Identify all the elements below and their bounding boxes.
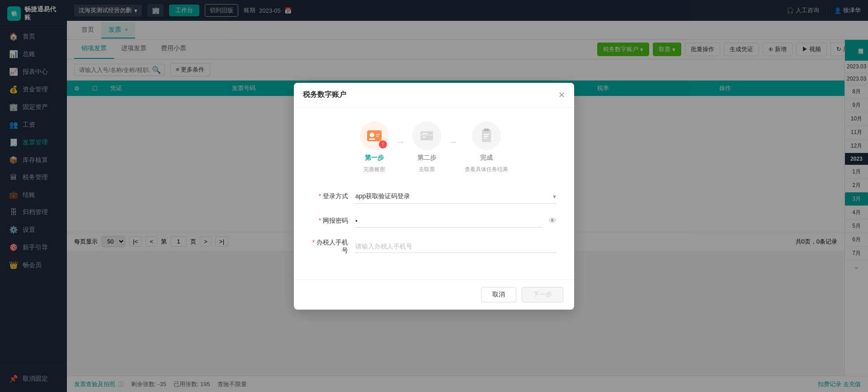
svg-rect-8 (422, 133, 428, 134)
modal-overlay: 税务数字账户 ✕ ! (0, 0, 868, 392)
step-2-icon-wrap (412, 121, 441, 150)
modal-body: ! 第一步 完善账密 → (294, 108, 574, 279)
svg-rect-7 (422, 137, 426, 138)
modal: 税务数字账户 ✕ ! (294, 83, 574, 310)
arrow-2: → (448, 137, 458, 147)
ticket-icon (418, 127, 436, 145)
step-1-label: 第一步 (365, 154, 384, 162)
svg-rect-5 (420, 131, 433, 140)
step-1: ! 第一步 完善账密 (360, 121, 389, 173)
arrow-1: → (396, 137, 405, 147)
chevron-down-select-icon: ▾ (553, 193, 556, 200)
form-row-login: 登录方式 app获取验证码登录 ▾ (312, 190, 556, 204)
login-method-value: app获取验证码登录 (355, 192, 410, 201)
step-2-label: 第二步 (417, 154, 436, 162)
svg-rect-10 (484, 129, 489, 131)
step-1-badge: ! (379, 140, 387, 148)
form-row-password: 网报密码 👁 (312, 215, 556, 228)
svg-point-1 (370, 133, 374, 137)
step-3-icon-wrap (472, 121, 501, 150)
login-method-label: 登录方式 (312, 192, 348, 201)
svg-rect-13 (484, 138, 487, 139)
modal-title: 税务数字账户 (303, 90, 346, 100)
next-btn[interactable]: 下一步 (522, 287, 563, 302)
step-2-sub: 去取票 (419, 166, 435, 173)
svg-rect-3 (376, 134, 380, 135)
clipboard-icon (477, 127, 495, 145)
cancel-btn[interactable]: 取消 (481, 287, 516, 302)
step-1-sub: 完善账密 (363, 166, 385, 173)
step-1-icon-wrap: ! (360, 121, 389, 150)
modal-footer: 取消 下一步 (294, 279, 574, 310)
svg-rect-12 (484, 136, 488, 137)
step-3: 完成 查看具体任务结果 (465, 121, 508, 173)
password-input[interactable] (355, 215, 542, 228)
steps: ! 第一步 完善账密 → (312, 121, 556, 173)
step-3-label: 完成 (480, 154, 493, 162)
step-2: 第二步 去取票 (412, 121, 441, 173)
phone-input[interactable] (355, 240, 556, 253)
svg-rect-4 (376, 136, 379, 137)
svg-rect-11 (484, 134, 489, 135)
eye-icon[interactable]: 👁 (549, 217, 556, 225)
svg-rect-2 (369, 139, 375, 140)
password-label: 网报密码 (312, 217, 348, 225)
step-3-sub: 查看具体任务结果 (465, 166, 508, 173)
phone-label: 办税人手机号 (312, 239, 348, 255)
modal-header: 税务数字账户 ✕ (294, 83, 574, 108)
login-method-select[interactable]: app获取验证码登录 ▾ (355, 190, 556, 204)
modal-close-btn[interactable]: ✕ (558, 90, 565, 100)
form-row-phone: 办税人手机号 (312, 239, 556, 255)
